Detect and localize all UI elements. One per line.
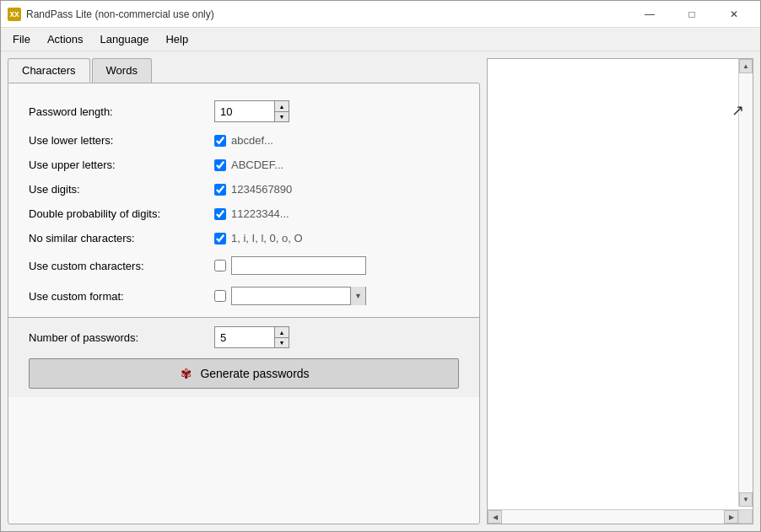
menu-help[interactable]: Help <box>157 30 197 49</box>
window-controls: — □ ✕ <box>630 1 753 28</box>
scroll-track-horizontal[interactable] <box>502 510 724 524</box>
use-lower-control: abcdef... <box>214 134 273 147</box>
scroll-down-button[interactable]: ▼ <box>739 492 753 507</box>
generate-button[interactable]: ✾ Generate passwords <box>29 358 459 389</box>
use-digits-checkbox[interactable] <box>214 184 226 196</box>
use-format-label: Use custom format: <box>29 290 214 303</box>
tab-words[interactable]: Words <box>92 58 152 83</box>
horizontal-scrollbar: ◀ ▶ <box>488 509 738 524</box>
double-prob-control: 11223344... <box>214 207 289 220</box>
password-length-control: ▲ ▼ <box>214 100 289 122</box>
spin-down-button[interactable]: ▼ <box>275 111 289 121</box>
use-format-control: ▼ <box>214 287 366 305</box>
minimize-button[interactable]: — <box>630 1 669 28</box>
output-text-area[interactable] <box>488 59 738 509</box>
scroll-track-vertical[interactable] <box>739 73 753 492</box>
num-passwords-spinbox: ▲ ▼ <box>214 326 289 348</box>
form-panel: Password length: ▲ ▼ Use lower letter <box>8 83 480 524</box>
scroll-up-button[interactable]: ▲ <box>739 59 753 73</box>
no-similar-checkbox[interactable] <box>214 233 226 245</box>
password-length-input[interactable] <box>215 101 274 121</box>
right-panel: ▲ ▼ ◀ ▶ ↗ <box>487 58 753 524</box>
vertical-scrollbar: ▲ ▼ <box>738 59 753 507</box>
maximize-button[interactable]: □ <box>672 1 711 28</box>
use-upper-control: ABCDEF... <box>214 159 283 171</box>
password-length-row: Password length: ▲ ▼ <box>29 100 459 122</box>
use-format-checkbox[interactable] <box>214 290 226 302</box>
no-similar-label: No similar characters: <box>29 232 214 245</box>
menu-bar: File Actions Language Help <box>1 28 760 51</box>
spinbox-buttons: ▲ ▼ <box>274 101 289 121</box>
num-passwords-control: ▲ ▼ <box>214 326 289 348</box>
generate-button-label: Generate passwords <box>200 367 309 380</box>
use-format-select[interactable] <box>232 290 350 303</box>
bottom-section: Number of passwords: ▲ ▼ <box>8 317 479 397</box>
num-passwords-input[interactable] <box>215 327 274 347</box>
scroll-corner <box>738 509 753 524</box>
use-custom-label: Use custom characters: <box>29 260 214 272</box>
use-digits-control: 1234567890 <box>214 183 292 196</box>
num-passwords-label: Number of passwords: <box>29 331 214 344</box>
num-passwords-spin-down[interactable]: ▼ <box>275 337 289 347</box>
use-lower-preview: abcdef... <box>231 134 273 147</box>
num-passwords-row: Number of passwords: ▲ ▼ <box>29 326 459 348</box>
cursor-icon: ↗ <box>731 101 744 120</box>
app-icon: xx <box>8 8 21 21</box>
window-title: RandPass Lite (non-commercial use only) <box>26 8 630 20</box>
scroll-left-button[interactable]: ◀ <box>488 510 502 524</box>
content-area: Characters Words Password length: ▲ ▼ <box>1 51 760 531</box>
password-length-label: Password length: <box>29 105 214 118</box>
use-custom-row: Use custom characters: <box>29 256 459 275</box>
password-length-spinbox: ▲ ▼ <box>214 100 289 122</box>
double-prob-checkbox[interactable] <box>214 208 226 220</box>
no-similar-control: 1, i, I, l, 0, o, O <box>214 232 303 245</box>
use-upper-row: Use upper letters: ABCDEF... <box>29 159 459 171</box>
spin-up-button[interactable]: ▲ <box>275 101 289 111</box>
use-custom-checkbox[interactable] <box>214 260 226 271</box>
menu-file[interactable]: File <box>4 30 39 49</box>
tab-characters[interactable]: Characters <box>8 58 90 83</box>
menu-actions[interactable]: Actions <box>39 30 92 49</box>
use-custom-input[interactable] <box>231 256 366 275</box>
left-panel: Characters Words Password length: ▲ ▼ <box>8 58 480 524</box>
use-upper-preview: ABCDEF... <box>231 159 283 171</box>
dropdown-arrow-icon[interactable]: ▼ <box>350 287 365 305</box>
scroll-right-button[interactable]: ▶ <box>724 510 738 524</box>
use-lower-row: Use lower letters: abcdef... <box>29 134 459 147</box>
use-lower-label: Use lower letters: <box>29 134 214 147</box>
title-bar: xx RandPass Lite (non-commercial use onl… <box>1 1 760 28</box>
close-button[interactable]: ✕ <box>715 1 753 28</box>
tab-bar: Characters Words <box>8 58 480 83</box>
use-digits-preview: 1234567890 <box>231 183 292 196</box>
double-prob-label: Double probability of digits: <box>29 207 214 220</box>
menu-language[interactable]: Language <box>92 30 158 49</box>
use-digits-row: Use digits: 1234567890 <box>29 183 459 196</box>
num-passwords-spin-up[interactable]: ▲ <box>275 327 289 337</box>
use-digits-label: Use digits: <box>29 183 214 196</box>
generate-icon: ✾ <box>178 366 193 381</box>
double-prob-row: Double probability of digits: 11223344..… <box>29 207 459 220</box>
use-custom-control <box>214 256 366 275</box>
num-passwords-spinbox-buttons: ▲ ▼ <box>274 327 289 347</box>
use-upper-label: Use upper letters: <box>29 159 214 171</box>
double-prob-preview: 11223344... <box>231 207 289 220</box>
use-lower-checkbox[interactable] <box>214 135 226 147</box>
use-format-select-wrap: ▼ <box>231 287 366 305</box>
use-format-row: Use custom format: ▼ <box>29 287 459 305</box>
use-upper-checkbox[interactable] <box>214 159 226 171</box>
no-similar-row: No similar characters: 1, i, I, l, 0, o,… <box>29 232 459 245</box>
no-similar-preview: 1, i, I, l, 0, o, O <box>231 232 303 245</box>
main-window: xx RandPass Lite (non-commercial use onl… <box>0 0 761 532</box>
